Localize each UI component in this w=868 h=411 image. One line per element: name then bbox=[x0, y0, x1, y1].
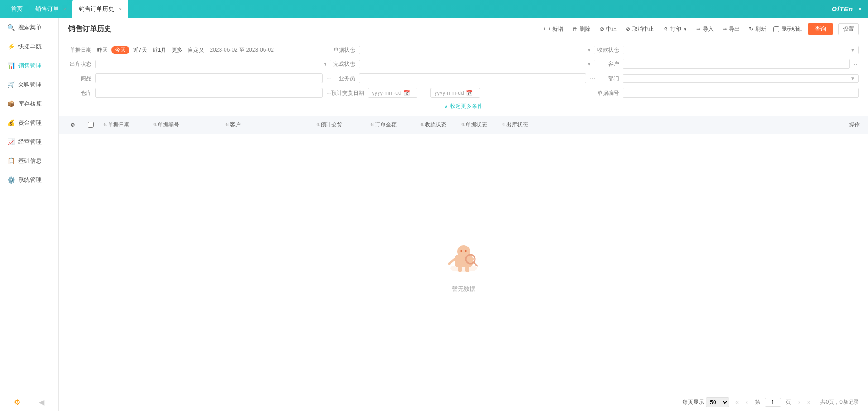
table-col-amount[interactable]: ⇅ 订单金额 bbox=[367, 121, 417, 129]
bill-number-control bbox=[623, 88, 859, 98]
system-icon: ⚙️ bbox=[7, 176, 14, 184]
sidebar-settings-icon[interactable]: ⚙ bbox=[14, 398, 20, 406]
per-page-select[interactable]: 50 10 20 100 bbox=[706, 397, 729, 407]
table-select-all[interactable] bbox=[88, 122, 94, 128]
date-btn-today[interactable]: 今天 bbox=[111, 46, 129, 54]
add-button[interactable]: + + 新增 bbox=[541, 24, 565, 34]
table-col-out-status[interactable]: ⇅ 出库状态 bbox=[498, 121, 539, 129]
table-col-number[interactable]: ⇅ 单据编号 bbox=[149, 121, 222, 129]
date-btn-last-month[interactable]: 近1月 bbox=[151, 46, 168, 54]
tab-sales-order-history-label: 销售订单历史 bbox=[79, 5, 114, 13]
date-quick-btns: 昨天 今天 近7天 近1月 更多 自定义 bbox=[95, 46, 206, 54]
tab-sales-order-close[interactable]: × bbox=[63, 6, 66, 12]
department-select[interactable]: ▼ bbox=[623, 74, 859, 83]
query-button[interactable]: 查询 bbox=[808, 23, 833, 35]
import-button[interactable]: ⇒ 导入 bbox=[695, 24, 715, 34]
salesperson-more-icon[interactable]: ··· bbox=[590, 75, 595, 82]
sidebar-item-sales[interactable]: 📊 销售管理 bbox=[0, 56, 58, 75]
table-col-customer[interactable]: ⇅ 客户 bbox=[222, 121, 312, 129]
prev-page-btn[interactable]: ‹ bbox=[743, 398, 750, 406]
stop-icon: ⊘ bbox=[599, 26, 604, 32]
sidebar-item-inventory[interactable]: 📦 库存核算 bbox=[0, 94, 58, 113]
import-label: 导入 bbox=[703, 25, 714, 33]
settings-button[interactable]: 设置 bbox=[838, 23, 859, 35]
table-col-bill-status[interactable]: ⇅ 单据状态 bbox=[457, 121, 498, 129]
first-page-btn[interactable]: « bbox=[733, 398, 741, 406]
pay-status-select[interactable]: ▼ bbox=[623, 46, 859, 54]
table-col-action: 操作 bbox=[539, 121, 863, 129]
goods-input[interactable] bbox=[95, 73, 323, 83]
date-btn-yesterday[interactable]: 昨天 bbox=[95, 46, 110, 54]
sidebar-label-sales: 销售管理 bbox=[18, 62, 42, 70]
col-out-status-label: 出库状态 bbox=[506, 121, 528, 129]
print-arrow-icon: ▼ bbox=[683, 27, 687, 32]
tab-home[interactable]: 首页 bbox=[5, 0, 29, 18]
date-btn-more[interactable]: 更多 bbox=[170, 46, 184, 54]
date-btn-custom[interactable]: 自定义 bbox=[186, 46, 206, 54]
bill-number-input[interactable] bbox=[623, 88, 859, 98]
table-col-date[interactable]: ⇅ 单据日期 bbox=[100, 121, 149, 129]
next-page-btn[interactable]: › bbox=[796, 398, 803, 406]
sidebar-item-search-menu[interactable]: 🔍 搜索菜单 bbox=[0, 18, 58, 37]
print-button[interactable]: 🖨 打印 ▼ bbox=[661, 24, 689, 34]
table-col-delivery[interactable]: ⇅ 预计交货... bbox=[312, 121, 367, 129]
show-detail-checkbox-label[interactable]: 显示明细 bbox=[773, 25, 803, 33]
warehouse-input[interactable] bbox=[95, 88, 323, 98]
filter-row-3: 商品 ··· 业务员 ··· 部门 bbox=[68, 73, 859, 83]
col-customer-label: 客户 bbox=[230, 121, 241, 129]
out-status-label: 出库状态 bbox=[68, 60, 95, 68]
sidebar-item-purchase[interactable]: 🛒 采购管理 bbox=[0, 75, 58, 94]
sidebar-item-system[interactable]: ⚙️ 系统管理 bbox=[0, 170, 58, 189]
delivery-date-end[interactable]: yyyy-mm-dd 📅 bbox=[430, 88, 480, 98]
tab-sales-order-history[interactable]: 销售订单历史 × bbox=[72, 0, 128, 18]
sidebar-item-operation[interactable]: 📈 经营管理 bbox=[0, 132, 58, 151]
export-label: 导出 bbox=[729, 25, 740, 33]
cancel-stop-button[interactable]: ⊘ 取消中止 bbox=[624, 24, 656, 34]
bill-status-select[interactable]: ▼ bbox=[359, 46, 595, 54]
sidebar-label-system: 系统管理 bbox=[18, 176, 42, 184]
col-date-label: 单据日期 bbox=[108, 121, 129, 129]
delivery-date-start[interactable]: yyyy-mm-dd 📅 bbox=[368, 88, 417, 98]
top-bar-right: OfTEn × bbox=[832, 5, 863, 13]
delivery-date-start-text: yyyy-mm-dd bbox=[372, 90, 401, 96]
complete-status-select[interactable]: ▼ bbox=[359, 60, 595, 68]
salesperson-input[interactable] bbox=[359, 73, 586, 83]
out-status-select[interactable]: ▼ bbox=[95, 60, 331, 68]
date-btn-last7[interactable]: 近7天 bbox=[131, 46, 149, 54]
filter-complete-status: 完成状态 ▼ bbox=[331, 60, 595, 68]
refresh-button[interactable]: ↻ 刷新 bbox=[747, 24, 768, 34]
salesperson-label: 业务员 bbox=[331, 75, 359, 82]
sidebar-label-quick-nav: 快捷导航 bbox=[18, 43, 42, 51]
stop-button[interactable]: ⊘ 中止 bbox=[598, 24, 619, 34]
show-detail-checkbox[interactable] bbox=[773, 26, 779, 32]
sidebar-item-basic-info[interactable]: 📋 基础信息 bbox=[0, 151, 58, 170]
table-settings-icon[interactable]: ⚙ bbox=[70, 122, 75, 128]
goods-more-icon[interactable]: ··· bbox=[326, 75, 332, 82]
last-page-btn[interactable]: » bbox=[805, 398, 813, 406]
warehouse-more-icon[interactable]: ··· bbox=[326, 89, 332, 97]
delivery-date-label: 预计交货日期 bbox=[331, 89, 368, 97]
search-menu-icon: 🔍 bbox=[7, 24, 14, 31]
window-close-btn[interactable]: × bbox=[857, 6, 863, 12]
main-layout: 🔍 搜索菜单 ⚡ 快捷导航 📊 销售管理 🛒 采购管理 📦 库存核算 💰 资金管… bbox=[0, 18, 868, 411]
col-action-label: 操作 bbox=[849, 121, 860, 129]
tab-sales-order-label: 销售订单 bbox=[35, 5, 59, 13]
salesperson-control: ··· bbox=[359, 73, 595, 83]
collapse-btn[interactable]: ∧ 收起更多条件 bbox=[68, 102, 859, 110]
sidebar-collapse-icon[interactable]: ◀ bbox=[39, 398, 44, 406]
sidebar-item-quick-nav[interactable]: ⚡ 快捷导航 bbox=[0, 37, 58, 56]
table-settings-col[interactable]: ⚙ bbox=[63, 122, 82, 128]
sidebar-item-capital[interactable]: 💰 资金管理 bbox=[0, 113, 58, 132]
table-checkbox-col[interactable] bbox=[82, 122, 100, 128]
tab-sales-order-history-close[interactable]: × bbox=[119, 6, 121, 12]
filter-salesperson: 业务员 ··· bbox=[331, 73, 595, 83]
tab-sales-order[interactable]: 销售订单 × bbox=[29, 0, 72, 18]
customer-more-icon[interactable]: ··· bbox=[854, 60, 859, 68]
page-number-input[interactable] bbox=[765, 398, 781, 407]
export-button[interactable]: ⇒ 导出 bbox=[721, 24, 742, 34]
bill-status-label: 单据状态 bbox=[331, 46, 359, 54]
table-col-pay-status[interactable]: ⇅ 收款状态 bbox=[417, 121, 457, 129]
delete-button[interactable]: 🗑 删除 bbox=[571, 24, 592, 34]
customer-input[interactable] bbox=[623, 59, 850, 69]
out-status-control: ▼ bbox=[95, 60, 331, 68]
